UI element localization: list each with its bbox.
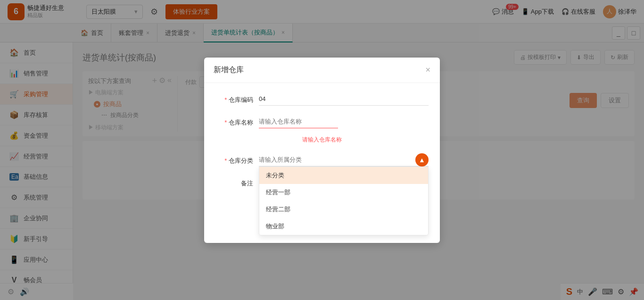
warehouse-category-row: 仓库分类 ▲ 未分类 经营一部 经营二部 物业部: [215, 153, 429, 167]
modal-title: 新增仓库: [214, 65, 244, 75]
warehouse-code-row: 仓库编码: [215, 92, 429, 106]
modal-overlay[interactable]: 新增仓库 × 仓库编码 仓库名称: [73, 42, 644, 300]
code-label: 仓库编码: [215, 92, 253, 104]
warehouse-name-input[interactable]: [259, 115, 338, 128]
add-warehouse-modal: 新增仓库 × 仓库编码 仓库名称: [204, 58, 440, 243]
modal-close-button[interactable]: ×: [425, 65, 430, 75]
name-label: 仓库名称: [215, 115, 253, 127]
cat-label: 仓库分类: [215, 153, 253, 165]
main-layout: 🏠 首页 📊 销售管理 🛒 采购管理 📦 库存核算 💰 资金管理 📈 经营管理 …: [0, 42, 644, 300]
modal-header: 新增仓库 ×: [204, 58, 440, 83]
category-toggle-button[interactable]: ▲: [415, 153, 429, 167]
category-dropdown: 未分类 经营一部 经营二部 物业部: [259, 167, 429, 235]
name-error-msg: 请输入仓库名称: [302, 136, 342, 143]
warehouse-name-row: 仓库名称 请输入仓库名称: [215, 115, 429, 144]
content-area: 进货单统计(按商品) 🖨 按模板打印 ▾ ⬇ 导出 ↻ 刷新: [73, 42, 644, 300]
remark-label: 备注: [215, 176, 253, 188]
modal-body: 仓库编码 仓库名称 请输入仓库名称: [204, 83, 440, 210]
warehouse-code-input[interactable]: [259, 92, 429, 106]
category-input[interactable]: [259, 153, 429, 167]
dropdown-item-none[interactable]: 未分类: [259, 167, 428, 184]
dropdown-item-property[interactable]: 物业部: [259, 218, 428, 235]
dropdown-item-dept1[interactable]: 经营一部: [259, 184, 428, 201]
dropdown-item-dept2[interactable]: 经营二部: [259, 201, 428, 218]
name-input-wrapper: [259, 115, 385, 128]
category-select-wrapper: ▲ 未分类 经营一部 经营二部 物业部: [259, 153, 429, 167]
